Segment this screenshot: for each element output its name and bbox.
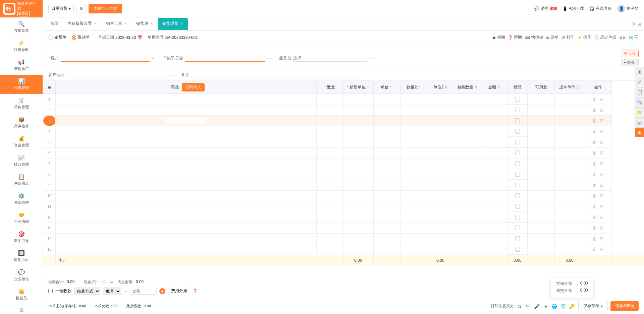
amount-cell-13[interactable] (481, 223, 507, 233)
cost-price-cell-2[interactable] (554, 105, 585, 115)
amount-cell-12[interactable] (481, 212, 507, 223)
qty-cell-10[interactable] (316, 190, 343, 201)
cost-price-cell-11[interactable] (554, 201, 585, 212)
gift-checkbox-11[interactable] (515, 204, 520, 209)
qty2-cell-1[interactable] (400, 94, 427, 105)
unit-cell-14[interactable] (343, 233, 373, 244)
cost-price-cell-12[interactable] (554, 212, 585, 223)
sidebar-item-quick-nav[interactable]: ⚡ 快捷导航 (0, 37, 43, 56)
qty-cell-8[interactable] (316, 169, 343, 180)
gift-checkbox-6[interactable] (515, 150, 520, 155)
gift-checkbox-12[interactable] (515, 215, 520, 219)
gift-cell-2[interactable] (508, 105, 528, 115)
product-cell-3[interactable] (56, 115, 317, 126)
delete-row-8[interactable]: 🗑 (592, 172, 597, 177)
copy-row-14[interactable]: ⊞ (600, 236, 604, 241)
select-btn[interactable]: ☰ 选单 (546, 35, 559, 40)
messages-button[interactable]: 💬 消息 70 (534, 6, 557, 11)
delete-row-2[interactable]: 🗑 (592, 107, 597, 113)
product-cell-5[interactable] (56, 137, 317, 147)
gift-checkbox-7[interactable] (515, 161, 520, 166)
copy-row-15[interactable]: ⊞ (600, 247, 604, 252)
prev-arrow[interactable]: ◀ (619, 35, 622, 40)
gift-cell-1[interactable] (508, 94, 528, 105)
qty-cell-13[interactable] (316, 223, 343, 233)
pkg-qty-cell-7[interactable] (454, 158, 481, 169)
account-select[interactable]: 账号 (103, 288, 121, 295)
gift-checkbox-9[interactable] (515, 183, 520, 187)
price-cell-1[interactable] (373, 94, 400, 105)
experience-button[interactable]: 体验行业方案 (89, 4, 122, 13)
qty-cell-4[interactable] (316, 126, 343, 137)
qty2-cell-3[interactable] (400, 115, 427, 126)
tab-price-close-icon[interactable]: ✕ (94, 22, 97, 25)
copy-row-11[interactable]: ⊞ (600, 204, 604, 209)
gift-cell-13[interactable] (508, 223, 528, 233)
available-cell-4[interactable] (528, 126, 554, 137)
history-btn[interactable]: 📄 历史单据 (594, 35, 616, 40)
add-fee-button[interactable]: + (159, 288, 165, 294)
qty2-cell-7[interactable] (400, 158, 427, 169)
delete-row-1[interactable]: 🗑 (592, 97, 597, 102)
qty2-cell-14[interactable] (400, 233, 427, 244)
remark-input[interactable] (191, 71, 359, 78)
price-sort-icon[interactable]: ⇅ (390, 85, 393, 89)
copy-row-2[interactable]: ⊞ (600, 107, 604, 113)
gift-cell-14[interactable] (508, 233, 528, 244)
sidebar-item-system[interactable]: ⚙️ 系统管理 (0, 189, 43, 208)
amount-cell-3[interactable] (481, 115, 507, 126)
amount-cell-15[interactable] (481, 244, 507, 255)
qty-cell-3[interactable] (316, 115, 343, 126)
pkg-qty-cell-15[interactable] (454, 244, 481, 255)
qty2-cell-4[interactable] (400, 126, 427, 137)
delete-row-10[interactable]: 🗑 (592, 193, 597, 198)
pkg-qty-cell-14[interactable] (454, 233, 481, 244)
cost-price-cell-3[interactable] (554, 115, 585, 126)
gift-cell-9[interactable] (508, 180, 528, 190)
available-cell-6[interactable] (528, 147, 554, 158)
copy-row-1[interactable]: ⊞ (600, 97, 604, 102)
delete-row-13[interactable]: 🗑 (592, 225, 597, 231)
delete-row-5[interactable]: 🗑 (592, 139, 597, 145)
tab-delivery-close-icon[interactable]: ✕ (150, 22, 153, 25)
unit-cell-7[interactable] (343, 158, 373, 169)
unit2-cell-15[interactable] (427, 244, 454, 255)
float-btn-4[interactable]: 🔍 (635, 97, 644, 107)
header-settings-button[interactable]: ⚙ (76, 4, 86, 13)
qty2-cell-10[interactable] (400, 190, 427, 201)
sidebar-item-sales[interactable]: 📊 销售管理 (0, 75, 43, 94)
product-cell-12[interactable] (56, 212, 317, 223)
pkg-qty-cell-10[interactable] (454, 190, 481, 201)
address-input[interactable] (66, 71, 167, 78)
cost-price-cell-15[interactable] (554, 244, 585, 255)
unit2-cell-7[interactable] (427, 158, 454, 169)
radio-return[interactable]: 退款单 (72, 35, 90, 40)
copy-row-13[interactable]: ⊞ (600, 225, 604, 231)
sidebar-item-member[interactable]: 👑 畅会员 (0, 285, 43, 304)
cost-price-cell-10[interactable] (554, 190, 585, 201)
price-cell-11[interactable] (373, 201, 400, 212)
available-cell-14[interactable] (528, 233, 554, 244)
product-cell-14[interactable] (56, 233, 317, 244)
unit-cell-5[interactable] (343, 137, 373, 147)
cost-price-cell-5[interactable] (554, 137, 585, 147)
pkg-qty-cell-5[interactable] (454, 137, 481, 147)
staff-dots[interactable]: ··· (369, 55, 373, 61)
pkg-qty-cell-6[interactable] (454, 147, 481, 158)
available-cell-8[interactable] (528, 169, 554, 180)
copy-row-7[interactable]: ⊞ (600, 161, 604, 166)
sidebar-item-wechat[interactable]: 💬 企业微信 (0, 266, 43, 285)
delete-row-14[interactable]: 🗑 (592, 236, 597, 241)
cost-price-cell-6[interactable] (554, 147, 585, 158)
unit-cell-11[interactable] (343, 201, 373, 212)
qty2-sort-icon[interactable]: ⇅ (418, 85, 421, 89)
copy-row-8[interactable]: ⊞ (600, 172, 604, 177)
unit2-cell-5[interactable] (427, 137, 454, 147)
sidebar-item-guide[interactable]: 🎯 新手引导 (0, 228, 43, 247)
delete-row-4[interactable]: 🗑 (592, 129, 597, 134)
qty-cell-2[interactable] (316, 105, 343, 115)
unit-cell-10[interactable] (343, 190, 373, 201)
amount-cell-9[interactable] (481, 180, 507, 190)
unit2-cell-11[interactable] (427, 201, 454, 212)
sidebar-item-purchase[interactable]: 🛒 采购管理 (0, 94, 43, 113)
